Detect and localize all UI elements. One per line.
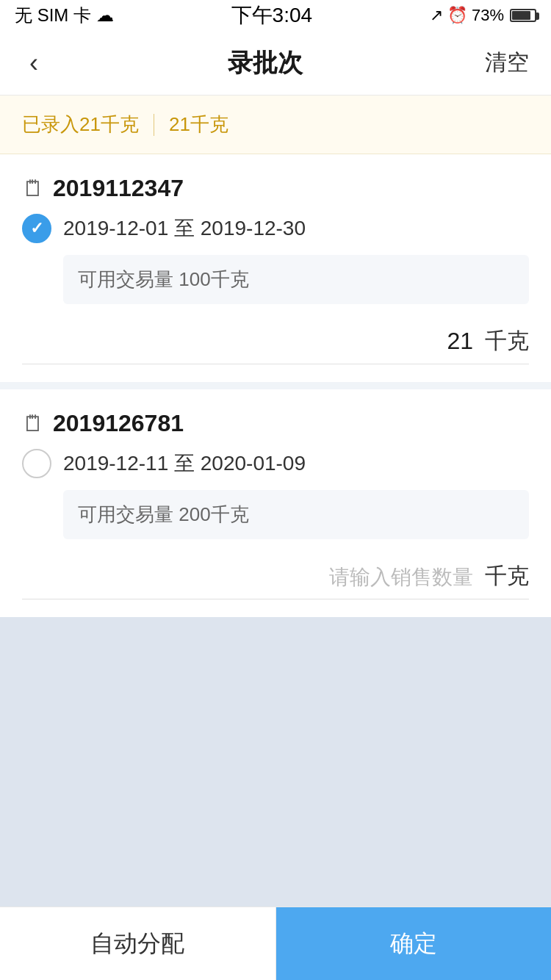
auto-distribute-button[interactable]: 自动分配 xyxy=(0,907,276,980)
status-right: ↗ ⏰ 73% xyxy=(430,6,536,25)
recorded-label: 已录入21千克 xyxy=(22,112,139,137)
batch-id-1: 2019112347 xyxy=(53,175,184,202)
back-button[interactable]: ‹ xyxy=(22,40,46,86)
quantity-input-1[interactable] xyxy=(22,328,473,355)
confirm-button[interactable]: 确定 xyxy=(276,907,552,980)
unit-label-1: 千克 xyxy=(485,326,529,356)
page-title: 录批次 xyxy=(228,46,303,80)
batch-header-2: 🗒 2019126781 xyxy=(22,410,529,437)
battery-icon xyxy=(510,9,536,22)
auto-distribute-label: 自动分配 xyxy=(90,928,184,960)
recorded-value: 21千克 xyxy=(169,112,228,137)
gray-area xyxy=(0,617,551,907)
available-qty-1: 可用交易量 100千克 xyxy=(78,268,249,290)
bottom-bar: 自动分配 确定 xyxy=(0,907,551,980)
nav-bar: ‹ 录批次 清空 xyxy=(0,31,551,96)
batch-input-row-2[interactable]: 千克 xyxy=(22,554,529,599)
location-icon: ↗ xyxy=(430,6,443,25)
confirm-label: 确定 xyxy=(390,928,437,960)
batch-date-row-2: 2019-12-11 至 2020-01-09 xyxy=(22,449,529,478)
batch-header-1: 🗒 2019112347 xyxy=(22,175,529,202)
banner-divider xyxy=(154,114,154,136)
batch-date-2: 2019-12-11 至 2020-01-09 xyxy=(63,450,306,478)
batch-quantity-box-1: 可用交易量 100千克 xyxy=(63,255,529,304)
battery-percent: 73% xyxy=(472,6,504,25)
status-bar: 无 SIM 卡 ☁ 下午3:04 ↗ ⏰ 73% xyxy=(0,0,551,31)
unit-label-2: 千克 xyxy=(485,561,529,591)
alarm-icon: ⏰ xyxy=(447,6,467,25)
batch-item-1: 🗒 2019112347 2019-12-01 至 2019-12-30 可用交… xyxy=(0,154,551,382)
no-sim-text: 无 SIM 卡 ☁ xyxy=(15,4,114,27)
radio-1[interactable] xyxy=(22,214,51,243)
doc-icon-1: 🗒 xyxy=(22,176,44,201)
batch-id-2: 2019126781 xyxy=(53,410,184,437)
batch-input-row-1[interactable]: 千克 xyxy=(22,319,529,364)
clear-button[interactable]: 清空 xyxy=(485,48,529,78)
status-time: 下午3:04 xyxy=(231,1,313,29)
batch-date-row-1: 2019-12-01 至 2019-12-30 xyxy=(22,214,529,243)
status-left: 无 SIM 卡 ☁ xyxy=(15,4,114,27)
batch-quantity-box-2: 可用交易量 200千克 xyxy=(63,490,529,539)
batch-date-1: 2019-12-01 至 2019-12-30 xyxy=(63,215,306,242)
available-qty-2: 可用交易量 200千克 xyxy=(78,503,249,525)
info-banner: 已录入21千克 21千克 xyxy=(0,96,551,154)
radio-2[interactable] xyxy=(22,449,51,478)
batch-item-2: 🗒 2019126781 2019-12-11 至 2020-01-09 可用交… xyxy=(0,382,551,617)
quantity-input-2[interactable] xyxy=(22,563,473,590)
doc-icon-2: 🗒 xyxy=(22,411,44,436)
